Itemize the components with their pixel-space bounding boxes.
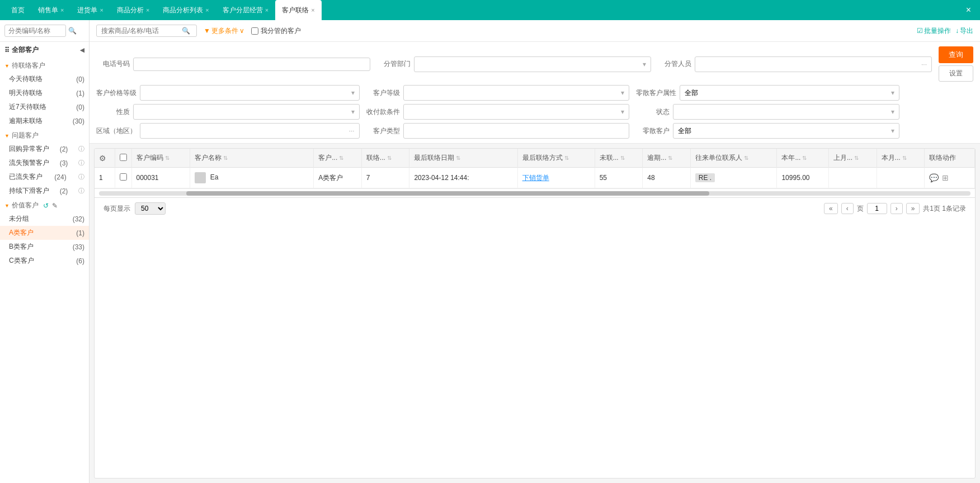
query-button[interactable]: 查询	[939, 46, 973, 63]
row-checkbox[interactable]	[120, 173, 127, 181]
nature-select[interactable]: ▾	[133, 104, 360, 120]
sidebar-all-customers[interactable]: ⠿ 全部客户 ◀	[0, 42, 89, 58]
retail-select[interactable]: 全部 ▾	[673, 123, 899, 139]
chat-icon[interactable]: 💬	[929, 173, 939, 182]
sidebar-item-overdue[interactable]: 逾期未联络 (30)	[0, 114, 89, 128]
retail-attr-select[interactable]: 全部 ▾	[680, 85, 899, 101]
select-all-checkbox[interactable]	[120, 154, 127, 161]
more-filters-button[interactable]: ▼ 更多条件 ∨	[204, 26, 244, 36]
sidebar-search-icon[interactable]: 🔍	[68, 27, 77, 35]
sidebar-search-input[interactable]	[4, 25, 66, 37]
refresh-icon[interactable]: ↺	[43, 202, 49, 210]
nav-customer-contact[interactable]: 客户联络 ×	[275, 0, 321, 20]
nav-product-list[interactable]: 商品分析列表 ×	[156, 0, 215, 20]
th-settings[interactable]: ⚙	[95, 149, 115, 168]
chevron-down-icon: ∨	[239, 27, 244, 35]
page-number-input[interactable]	[867, 203, 887, 214]
sidebar-item-repurchase-anomaly[interactable]: 回购异常客户 (2) ⓘ	[0, 142, 89, 156]
sidebar-item-7days[interactable]: 近7天待联络 (0)	[0, 100, 89, 114]
export-button[interactable]: ↓ 导出	[955, 26, 973, 36]
region-select[interactable]: ···	[140, 123, 360, 139]
group-value[interactable]: ▼ 价值客户 ↺ ✎	[0, 198, 89, 212]
nav-product-analysis[interactable]: 商品分析 ×	[110, 0, 156, 20]
filter-row-4: 区域（地区） ··· 客户类型 零散客户 全部 ▾	[96, 123, 973, 139]
sidebar-item-churned[interactable]: 已流失客户 (24) ⓘ	[0, 170, 89, 184]
th-code[interactable]: 客户编码 ⇅	[131, 149, 190, 168]
group-problem[interactable]: ▼ 问题客户	[0, 128, 89, 142]
th-uncontacted[interactable]: 未联... ⇅	[595, 149, 643, 168]
filter-search-input[interactable]	[101, 27, 180, 35]
th-biz-contact[interactable]: 往来单位联系人 ⇅	[690, 149, 777, 168]
customer-table: ⚙ 客户编码 ⇅ 客户名称	[95, 149, 975, 188]
status-select[interactable]: ▾	[673, 104, 899, 120]
horizontal-scrollbar[interactable]	[95, 188, 975, 197]
last-page-button[interactable]: »	[906, 203, 920, 214]
filter-search-icon[interactable]: 🔍	[182, 27, 190, 35]
nav-sales[interactable]: 销售单 ×	[31, 0, 70, 20]
sidebar-item-class-c[interactable]: C类客户 (6)	[0, 254, 89, 268]
last-method-link[interactable]: 下销货单	[522, 174, 549, 182]
batch-op-button[interactable]: ☑ 批量操作	[917, 26, 951, 36]
th-contact[interactable]: 联络... ⇅	[361, 149, 409, 168]
settings-button[interactable]: 设置	[939, 65, 973, 82]
th-this-month[interactable]: 本月... ⇅	[877, 149, 925, 168]
manager-select[interactable]: ···	[695, 56, 932, 72]
my-customers-checkbox[interactable]: 我分管的客户	[251, 26, 301, 36]
filter-row-3: 性质 ▾ 收付款条件 ▾ 状态	[96, 104, 973, 120]
nav-customer-tier[interactable]: 客户分层经营 ×	[216, 0, 275, 20]
td-last-method: 下销货单	[517, 168, 595, 188]
payment-select[interactable]: ▾	[403, 104, 630, 120]
scrollbar-thumb[interactable]	[186, 191, 709, 196]
price-grade-select[interactable]: ▾	[140, 85, 360, 101]
th-name[interactable]: 客户名称 ⇅	[190, 149, 314, 168]
th-last-month[interactable]: 上月... ⇅	[829, 149, 877, 168]
sidebar-item-today[interactable]: 今天待联络 (0)	[0, 72, 89, 86]
close-product-list-icon[interactable]: ×	[205, 7, 209, 13]
field-customer-type: 客户类型	[366, 123, 630, 139]
sidebar-item-class-a[interactable]: A类客户 (1)	[0, 226, 89, 240]
prev-page-button[interactable]: ‹	[841, 203, 854, 214]
nav-close-all: ×	[962, 5, 976, 15]
filter-row-2: 客户价格等级 ▾ 客户等级 ▾ 零散客户属性 全部	[96, 85, 973, 101]
th-this-year[interactable]: 本年... ⇅	[777, 149, 829, 168]
qr-icon[interactable]: ⊞	[942, 173, 949, 182]
close-customer-contact-icon[interactable]: ×	[311, 7, 314, 13]
nav-purchase[interactable]: 进货单 ×	[70, 0, 110, 20]
customer-grade-select[interactable]: ▾	[403, 85, 630, 101]
sidebar-item-class-b[interactable]: B类客户 (33)	[0, 240, 89, 254]
group-pending[interactable]: ▼ 待联络客户	[0, 58, 89, 72]
close-customer-tier-icon[interactable]: ×	[265, 7, 268, 13]
sidebar-item-unclassified[interactable]: 未分组 (32)	[0, 212, 89, 226]
info-icon-3: ⓘ	[78, 173, 84, 181]
table-row: 1 000031 Ea A类客户 7 2023-04-12 14:44:	[95, 168, 975, 188]
close-purchase-icon[interactable]: ×	[100, 7, 103, 13]
sort-method-icon: ⇅	[564, 155, 569, 161]
next-page-button[interactable]: ›	[891, 203, 903, 214]
triangle-icon-2: ▼	[4, 133, 10, 139]
info-icon-4: ⓘ	[78, 187, 84, 195]
close-product-analysis-icon[interactable]: ×	[146, 7, 149, 13]
close-all-icon[interactable]: ×	[962, 3, 976, 17]
phone-input[interactable]	[133, 58, 370, 71]
customer-type-input[interactable]	[403, 123, 630, 139]
settings-gear-icon[interactable]: ⚙	[99, 154, 106, 163]
sidebar-item-declining[interactable]: 持续下滑客户 (2) ⓘ	[0, 184, 89, 198]
pagination-right: « ‹ 页 › » 共1页 1条记录	[824, 203, 966, 214]
sidebar-item-churn-warning[interactable]: 流失预警客户 (3) ⓘ	[0, 156, 89, 170]
th-type[interactable]: 客户... ⇅	[314, 149, 362, 168]
th-overdue[interactable]: 逾期... ⇅	[643, 149, 691, 168]
close-sales-icon[interactable]: ×	[60, 7, 64, 13]
dept-arrow-icon: ▾	[643, 60, 646, 68]
my-customers-check[interactable]	[251, 27, 258, 35]
sidebar-item-tomorrow[interactable]: 明天待联络 (1)	[0, 86, 89, 100]
edit-icon[interactable]: ✎	[52, 202, 58, 210]
payment-arrow-icon: ▾	[621, 108, 624, 116]
first-page-button[interactable]: «	[824, 203, 838, 214]
nav-home[interactable]: 首页	[4, 0, 31, 20]
nature-arrow-icon: ▾	[351, 108, 355, 116]
th-last-method[interactable]: 最后联络方式 ⇅	[517, 149, 595, 168]
sort-name-icon: ⇅	[223, 155, 228, 161]
dept-select[interactable]: ▾	[414, 56, 651, 72]
th-last-date[interactable]: 最后联络日期 ⇅	[409, 149, 517, 168]
per-page-select[interactable]: 50 100 200	[135, 202, 166, 215]
